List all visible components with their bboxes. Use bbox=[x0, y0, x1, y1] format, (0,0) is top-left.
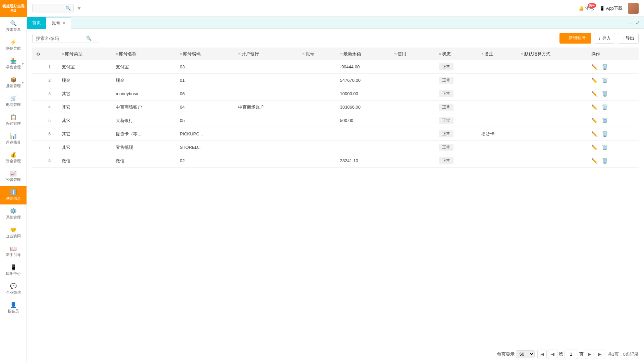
topbar-search-box[interactable]: 🔍 bbox=[32, 4, 74, 12]
row-balance-4: 500.00 bbox=[336, 114, 390, 127]
sidebar-item-bizwechat[interactable]: 💬 企业微信 bbox=[0, 280, 26, 298]
edit-button-6[interactable]: ✏️ bbox=[591, 144, 598, 150]
table-row: 5 其它 大新银行 05 500.00 正常 ✏️ 🗑️ bbox=[32, 114, 639, 127]
column-balance[interactable]: ⇅最新余额 bbox=[336, 48, 390, 60]
row-bank-2 bbox=[234, 87, 298, 101]
tab-minimize-icon[interactable]: — bbox=[628, 20, 633, 26]
column-remark[interactable]: ⇅备注 bbox=[477, 48, 517, 60]
row-usage-3 bbox=[390, 101, 435, 114]
row-name-0: 支付宝 bbox=[112, 60, 176, 74]
column-status[interactable]: ⇅状态 bbox=[435, 48, 477, 60]
row-default-settle-5 bbox=[517, 127, 587, 141]
sidebar-item-guide-label: 新手引导 bbox=[6, 252, 21, 257]
sidebar-item-purchase-label: 采购管理 bbox=[6, 121, 21, 126]
edit-button-3[interactable]: ✏️ bbox=[591, 104, 598, 110]
prev-page-button[interactable]: ◀ bbox=[548, 350, 557, 359]
sidebar-item-quicknav[interactable]: ⚡ 快捷导航 bbox=[0, 36, 26, 54]
row-actions-2: ✏️ 🗑️ bbox=[587, 87, 639, 101]
app-download-label: App下载 bbox=[606, 5, 623, 11]
sidebar-item-appcenter[interactable]: 📱 应用中心 bbox=[0, 261, 26, 280]
edit-button-1[interactable]: ✏️ bbox=[591, 77, 598, 83]
sidebar-item-search[interactable]: 🔍 搜索菜单 bbox=[0, 17, 26, 36]
first-page-button[interactable]: |◀ bbox=[537, 350, 547, 359]
sidebar-item-inventory[interactable]: 📊 库存核算 bbox=[0, 129, 26, 148]
export-label: 导出 bbox=[626, 35, 634, 41]
delete-button-3[interactable]: 🗑️ bbox=[602, 104, 608, 110]
sidebar-item-ecommerce[interactable]: 🛒 电商管理 bbox=[0, 92, 26, 111]
tab-accounts[interactable]: 账号 ✕ bbox=[46, 17, 71, 29]
row-type-3: 其它 bbox=[58, 101, 112, 114]
last-page-button[interactable]: ▶| bbox=[596, 350, 605, 359]
sidebar-item-wholesale[interactable]: 📦 批发管理 ▼ bbox=[0, 73, 26, 92]
row-balance-7: 28241.10 bbox=[336, 154, 390, 168]
edit-button-7[interactable]: ✏️ bbox=[591, 158, 598, 164]
delete-button-4[interactable]: 🗑️ bbox=[602, 118, 608, 123]
delete-button-1[interactable]: 🗑️ bbox=[602, 77, 608, 83]
column-type[interactable]: ⇅账号类型 bbox=[58, 48, 112, 60]
account-search-input[interactable] bbox=[36, 36, 86, 41]
messages-badge: 99+ bbox=[588, 3, 596, 8]
delete-button-5[interactable]: 🗑️ bbox=[602, 131, 608, 137]
topbar-search-input[interactable] bbox=[35, 6, 65, 11]
delete-button-6[interactable]: 🗑️ bbox=[602, 144, 608, 150]
edit-button-0[interactable]: ✏️ bbox=[591, 64, 598, 70]
sidebar-item-guide[interactable]: 📖 新手引导 bbox=[0, 242, 26, 261]
sidebar-item-purchase[interactable]: 📋 采购管理 bbox=[0, 111, 26, 129]
row-default-settle-0 bbox=[517, 60, 587, 74]
sidebar-item-member[interactable]: 👤 畅会员 bbox=[0, 298, 26, 317]
export-button[interactable]: ↑ 导出 bbox=[618, 33, 639, 44]
account-search-icon[interactable]: 🔍 bbox=[86, 36, 92, 41]
column-bank[interactable]: ⇅开户银行 bbox=[234, 48, 298, 60]
row-usage-4 bbox=[390, 114, 435, 127]
column-usage[interactable]: ⇅使用... bbox=[390, 48, 435, 60]
messages-button[interactable]: 🔔 消息 99+ bbox=[579, 5, 594, 11]
delete-button-0[interactable]: 🗑️ bbox=[602, 64, 608, 70]
row-actions-7: ✏️ 🗑️ bbox=[587, 154, 639, 168]
user-avatar[interactable] bbox=[628, 3, 639, 14]
sidebar-item-finance[interactable]: 💰 资金管理 bbox=[0, 148, 26, 167]
row-account-6 bbox=[298, 141, 336, 154]
row-usage-2 bbox=[390, 87, 435, 101]
delete-button-7[interactable]: 🗑️ bbox=[602, 158, 608, 164]
sidebar-item-cooperation[interactable]: 🤝 企业协同 bbox=[0, 223, 26, 242]
settings-gear-icon[interactable]: ⚙ bbox=[36, 52, 40, 57]
column-name[interactable]: ⇅账号名称 bbox=[112, 48, 176, 60]
sidebar-item-system[interactable]: ⚙️ 系统管理 bbox=[0, 204, 26, 223]
add-account-button[interactable]: + 新增账号 bbox=[559, 33, 591, 44]
topbar-dropdown-icon[interactable]: ▼ bbox=[76, 5, 82, 11]
sidebar-item-operations-label: 经营管理 bbox=[6, 177, 21, 182]
account-search-box[interactable]: 🔍 bbox=[32, 34, 99, 43]
pagination: 每页显示 50 100 200 |◀ ◀ 第 页 ▶ ▶| 共1页，8条记录 bbox=[27, 346, 644, 362]
import-button[interactable]: ↓ 导入 bbox=[594, 33, 615, 44]
sidebar-item-retail[interactable]: 🏪 零售管理 ▼ bbox=[0, 54, 26, 73]
app-download-button[interactable]: 📱 App下载 bbox=[599, 5, 623, 11]
tab-close-icon[interactable]: ✕ bbox=[62, 21, 66, 25]
sidebar-item-system-label: 系统管理 bbox=[6, 215, 21, 220]
row-usage-0 bbox=[390, 60, 435, 74]
page-size-select[interactable]: 50 100 200 bbox=[516, 350, 535, 358]
page-size-selector[interactable]: 每页显示 50 100 200 bbox=[497, 350, 535, 358]
column-default-settle[interactable]: ⇅默认结算方式 bbox=[517, 48, 587, 60]
sidebar-item-quicknav-label: 快捷导航 bbox=[6, 46, 21, 51]
row-type-2: 其它 bbox=[58, 87, 112, 101]
column-settings[interactable]: ⚙ bbox=[32, 48, 44, 60]
row-settings-2 bbox=[32, 87, 44, 101]
sidebar-item-operations[interactable]: 📈 经营管理 bbox=[0, 167, 26, 186]
row-account-7 bbox=[298, 154, 336, 168]
tab-home[interactable]: 首页 bbox=[27, 17, 46, 29]
row-remark-3 bbox=[477, 101, 517, 114]
column-account[interactable]: ⇅账号 bbox=[298, 48, 336, 60]
column-code[interactable]: ⇅账号编码 bbox=[176, 48, 234, 60]
edit-button-2[interactable]: ✏️ bbox=[591, 91, 598, 97]
row-status-4: 正常 bbox=[435, 114, 477, 127]
page-number-input[interactable] bbox=[565, 350, 578, 359]
app-logo: 畅捷通好生意 乐版 bbox=[0, 0, 27, 17]
delete-button-2[interactable]: 🗑️ bbox=[602, 91, 608, 97]
sidebar-item-inventory-label: 库存核算 bbox=[6, 140, 21, 145]
guide-icon: 📖 bbox=[10, 245, 17, 252]
sidebar-item-basic[interactable]: ℹ️ 基础信息 bbox=[0, 186, 26, 204]
next-page-button[interactable]: ▶ bbox=[585, 350, 594, 359]
tab-expand-icon[interactable]: ⤢ bbox=[636, 19, 640, 26]
edit-button-4[interactable]: ✏️ bbox=[591, 118, 598, 123]
edit-button-5[interactable]: ✏️ bbox=[591, 131, 598, 137]
